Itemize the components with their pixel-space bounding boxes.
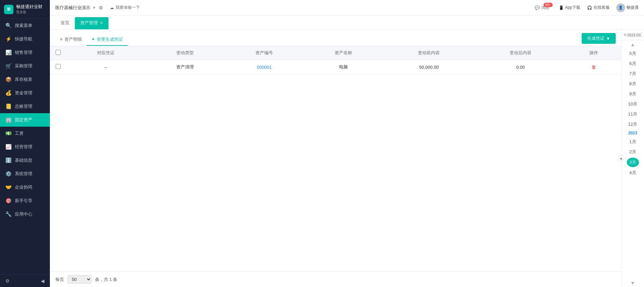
rs-months: 5月6月7月8月9月10月11月12月20231月2月3月4月 [621,49,644,279]
main-area: 医疗器械行业演示 ▼ ⚙ ☁ 我要体验一下 💬 消息 99+ 📱 App下载 🎧… [50,0,644,287]
dropdown-arrow-icon: ▼ [606,36,610,41]
sidebar-label-ledger: 总账管理 [15,103,32,109]
sidebar-label-quick-nav: 快捷导航 [15,36,32,42]
purchase-icon: 🛒 [5,63,11,69]
sidebar-item-fixed-assets[interactable]: 🏢固定资产 [0,113,50,127]
rs-prev-month[interactable]: 6月 [621,59,644,69]
sidebar-label-guide: 新手引导 [15,198,32,204]
right-sidebar-toggle[interactable]: ◀ [617,155,624,162]
sidebar-item-quick-nav[interactable]: ⚡快捷导航 [0,32,50,46]
sidebar-item-ledger[interactable]: 📒总账管理 [0,100,50,113]
notifications-btn[interactable]: 💬 消息 99+ [535,5,549,10]
sidebar-label-business: 经营管理 [15,144,32,150]
tab-close-assets[interactable]: ✕ [100,21,103,25]
per-page-select[interactable]: 102050100 [67,275,92,284]
rs-prev-month[interactable]: 7月 [621,69,644,79]
sidebar: 财 畅捷通好业财 普及版 🔍搜索菜单⚡快捷导航📊销售管理🛒采购管理📦库存核算💰资… [0,0,50,287]
app-center-icon: 🔧 [5,211,11,217]
top-header: 医疗器械行业演示 ▼ ⚙ ☁ 我要体验一下 💬 消息 99+ 📱 App下载 🎧… [50,0,644,15]
sidebar-item-inventory[interactable]: 📦库存核算 [0,73,50,86]
tab-asset-detail[interactable]: ≡ 资产明细 [55,34,87,46]
pagination-bar: 每页 102050100 条，共 1 条 [50,272,621,287]
sidebar-item-app-center[interactable]: 🔧应用中心 [0,208,50,221]
sidebar-item-business[interactable]: 📈经营管理 [0,140,50,154]
ledger-icon: 📒 [5,103,11,109]
logo-icon: 财 [4,5,13,14]
sidebar-item-payroll[interactable]: 💵工资 [0,127,50,140]
rs-month-item[interactable]: 4月 [621,168,644,178]
cloud-icon: ☁ [110,5,114,10]
user-profile-btn[interactable]: 👤 畅捷通 [616,3,639,12]
cell-before-change-0: 50,000.00 [383,60,475,74]
cell-checkbox-0 [50,60,66,74]
sidebar-item-enterprise[interactable]: 🤝企业协同 [0,181,50,194]
tab-assets[interactable]: 资产管理✕ [75,17,109,29]
sidebar-label-purchase: 采购管理 [15,63,32,69]
rs-month-item[interactable]: 3月 [627,158,639,167]
rs-prev-month[interactable]: 10月 [621,99,644,109]
settings-icon[interactable]: ⚙ [5,278,10,284]
rs-scroll-down[interactable]: ▼ [629,279,637,287]
table-icon: ≡ [60,37,63,42]
rs-prev-month[interactable]: 8月 [621,79,644,89]
generate-voucher-label: 生成凭证 [587,35,605,41]
quick-nav-icon: ⚡ [5,36,11,42]
sidebar-item-search[interactable]: 🔍搜索菜单 [0,19,50,32]
content-area: ≡ 资产明细 ✦ 变更生成凭证 生成凭证 ▼ [50,30,644,287]
tab-home[interactable]: 首页 [55,17,75,29]
logo-text-block: 畅捷通好业财 普及版 [16,4,42,14]
generate-voucher-button[interactable]: 生成凭证 ▼ [582,33,616,44]
sidebar-item-sales[interactable]: 📊销售管理 [0,46,50,59]
company-selector[interactable]: 医疗器械行业演示 ▼ [55,5,96,11]
app-sub: 普及版 [16,10,42,14]
rs-month-item[interactable]: 1月 [621,137,644,147]
customer-service-btn[interactable]: 🎧 在线客服 [587,5,610,10]
cell-asset-name-0: 电脑 [304,60,383,74]
sidebar-item-finance[interactable]: 💰资金管理 [0,86,50,100]
sidebar-label-search: 搜索菜单 [15,23,32,29]
change-icon: ✦ [91,37,95,42]
row-checkbox-0[interactable] [56,64,61,69]
delete-icon[interactable]: 🗑 [591,64,596,70]
payroll-icon: 💵 [5,130,11,136]
rs-expand-icon[interactable]: ⛶ [641,32,644,37]
sub-tab-bar: ≡ 资产明细 ✦ 变更生成凭证 生成凭证 ▼ [50,30,621,46]
rs-scroll-up[interactable]: ▲ [629,40,637,49]
rs-prev-month[interactable]: 11月 [621,109,644,119]
sidebar-item-guide[interactable]: 🎯新手引导 [0,194,50,208]
tab-change-voucher[interactable]: ✦ 变更生成凭证 [87,34,128,46]
sidebar-label-inventory: 库存核算 [15,76,32,83]
rs-close-icon[interactable]: ✕ [623,32,627,37]
collapse-icon[interactable]: ◀ [41,278,44,284]
app-download-btn[interactable]: 📱 App下载 [559,5,580,10]
rs-prev-month[interactable]: 12月 [621,119,644,129]
customer-service-label: 在线客服 [593,5,610,10]
rs-prev-month[interactable]: 9月 [621,89,644,99]
sidebar-item-basic-info[interactable]: ℹ️基础信息 [0,154,50,167]
fixed-assets-icon: 🏢 [5,117,11,123]
total-label: 条，共 1 条 [95,277,117,283]
cell-asset-no-0[interactable]: 000001 [225,60,304,74]
rs-header: ✕ 2023.03 ⛶ [621,30,644,40]
table-header-row: 对应凭证 变动类型 资产编号 资产名称 变动前内容 变动后内容 操作 [50,46,621,60]
col-asset-name: 资产名称 [304,46,383,60]
col-after-change: 变动后内容 [475,46,566,60]
rs-month-item[interactable]: 2月 [621,147,644,157]
rs-year-label: 2023.03 [627,33,641,37]
sidebar-item-purchase[interactable]: 🛒采购管理 [0,59,50,73]
table-row: -- 资产清理 000001 电脑 50,000.00 0.00 🗑 [50,60,621,74]
sales-icon: 📊 [5,50,11,56]
tab-asset-detail-label: 资产明细 [64,36,82,42]
sidebar-item-system[interactable]: ⚙️系统管理 [0,167,50,181]
settings-gear-icon[interactable]: ⚙ [99,5,103,10]
experience-label: 我要体验一下 [116,5,140,10]
username-label: 畅捷通 [626,5,639,10]
tab-bar: 首页资产管理✕ [50,15,644,30]
select-all-checkbox[interactable] [56,50,61,55]
headset-icon: 🎧 [587,5,592,10]
search-icon: 🔍 [5,23,11,29]
cell-change-type-0: 资产清理 [145,60,224,74]
sidebar-label-system: 系统管理 [15,171,32,177]
rs-prev-month[interactable]: 5月 [621,49,644,59]
experience-btn[interactable]: ☁ 我要体验一下 [110,5,140,10]
